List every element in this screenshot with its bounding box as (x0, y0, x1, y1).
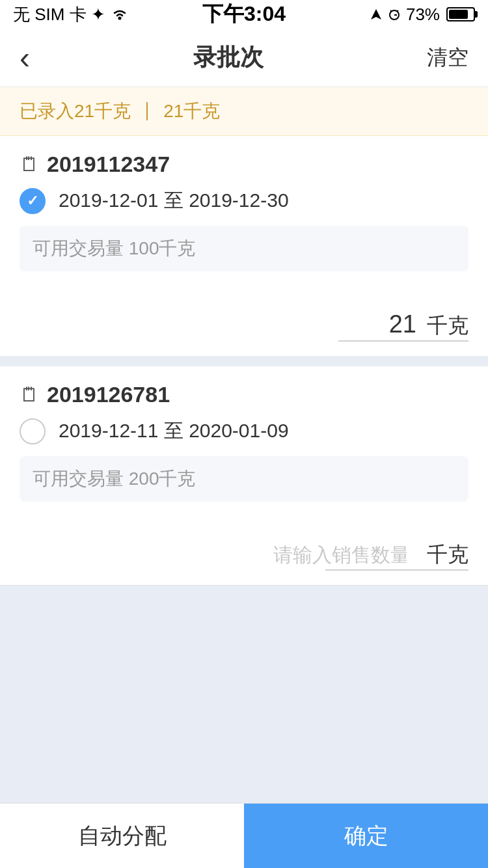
batch1-avail: 可用交易量 100千克 (20, 226, 468, 271)
batch2-doc-icon: 🗒 (20, 384, 39, 406)
batch1-check-icon: ✓ (27, 193, 38, 210)
batch1-item: 🗒 2019112347 ✓ 2019-12-01 至 2019-12-30 可… (0, 136, 488, 300)
info-divider (146, 102, 148, 120)
batch2-avail: 可用交易量 200千克 (20, 456, 468, 502)
batch2-input-line (325, 569, 468, 571)
batch2-date: 2019-12-11 至 2020-01-09 (59, 418, 289, 444)
batch1-header: 🗒 2019112347 (20, 152, 468, 177)
confirm-button[interactable]: 确定 (244, 804, 488, 868)
batch2-quantity-input[interactable] (273, 544, 416, 566)
batch2-header: 🗒 2019126781 (20, 382, 468, 407)
batch2-item: 🗒 2019126781 2019-12-11 至 2020-01-09 可用交… (0, 366, 488, 530)
svg-line-5 (390, 10, 392, 12)
batch2-date-row: 2019-12-11 至 2020-01-09 (20, 418, 468, 444)
bottom-bar: 自动分配 确定 (0, 803, 488, 868)
wifi-icon (111, 8, 129, 21)
section-divider (0, 356, 488, 366)
svg-marker-1 (371, 9, 381, 20)
batch1-quantity-value: 21 (389, 310, 416, 338)
info-banner: 已录入21千克 21千克 (0, 87, 488, 136)
batch1-quantity-line (338, 340, 468, 342)
status-left: 无 SIM 卡 ✦ (13, 3, 129, 26)
batch1-doc-icon: 🗒 (20, 154, 39, 176)
batch2-input-inner: 千克 (273, 541, 468, 569)
batch1-radio[interactable]: ✓ (20, 188, 46, 214)
batch1-quantity-row: 21 千克 (0, 300, 488, 356)
auto-distribute-button[interactable]: 自动分配 (0, 804, 244, 868)
clear-button[interactable]: 清空 (427, 44, 468, 72)
alarm-icon (388, 8, 401, 21)
location-icon (370, 8, 383, 21)
batch2-unit: 千克 (427, 541, 468, 569)
status-bar: 无 SIM 卡 ✦ 下午3:04 73% (0, 0, 488, 29)
sim-label: 无 SIM 卡 ✦ (13, 3, 105, 26)
back-button[interactable]: ‹ (20, 40, 30, 75)
batch2-id: 2019126781 (47, 382, 170, 407)
batch1-date: 2019-12-01 至 2019-12-30 (59, 187, 289, 214)
svg-line-6 (397, 10, 398, 12)
batch1-container: 🗒 2019112347 ✓ 2019-12-01 至 2019-12-30 可… (0, 136, 488, 356)
nav-bar: ‹ 录批次 清空 (0, 29, 488, 87)
batch2-input-row: 千克 (0, 530, 488, 586)
batch2-radio[interactable] (20, 418, 46, 444)
batch1-quantity-inner: 21 千克 (389, 310, 468, 340)
page-title: 录批次 (193, 42, 264, 74)
svg-point-0 (118, 17, 121, 20)
batch2-input-wrapper: 千克 (273, 541, 468, 572)
batch2-container: 🗒 2019126781 2019-12-11 至 2020-01-09 可用交… (0, 366, 488, 586)
batch1-id: 2019112347 (47, 152, 170, 177)
batch1-date-row: ✓ 2019-12-01 至 2019-12-30 (20, 187, 468, 214)
batch1-quantity-unit: 千克 (427, 312, 468, 340)
info-label1: 已录入21千克 (20, 99, 131, 124)
batch1-quantity-wrapper: 21 千克 (338, 310, 468, 343)
battery-icon (446, 7, 475, 21)
status-right: 73% (370, 5, 475, 25)
battery-percent: 73% (406, 5, 440, 25)
info-label2: 21千克 (163, 99, 220, 124)
status-time: 下午3:04 (202, 0, 286, 29)
